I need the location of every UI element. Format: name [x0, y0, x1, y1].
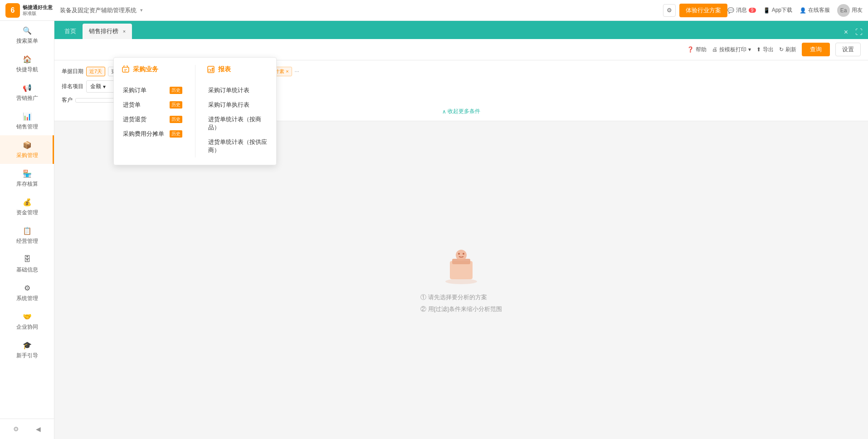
- dropdown-menu: 采购业务 采购订单 历史 进货单 历史 进货退货 历史: [113, 57, 277, 165]
- avatar: Ea: [837, 4, 850, 17]
- sidebar-item-enterprise[interactable]: 🤝 企业协同: [0, 307, 54, 335]
- message-button[interactable]: 💬 消息 9: [727, 6, 756, 14]
- message-icon: 💬: [727, 7, 734, 14]
- logo-icon: 6: [5, 3, 20, 18]
- tab-minimize-icon[interactable]: ×: [842, 27, 850, 37]
- logo-title: 畅捷通好生意: [23, 4, 53, 10]
- history-tag-0[interactable]: 历史: [170, 87, 182, 94]
- industry-button[interactable]: 体验行业方案: [679, 4, 727, 17]
- marketing-icon: 📢: [22, 83, 32, 93]
- system-title-text: 装备及固定资产辅助管理系统: [60, 6, 137, 15]
- history-tag-1[interactable]: 历史: [170, 101, 182, 109]
- dropdown-item-label-2: 进货退货: [123, 115, 146, 123]
- user-button[interactable]: Ea 用友: [837, 4, 863, 17]
- top-header: 6 畅捷通好生意 标准版 装备及固定资产辅助管理系统 ▾ ⚙ 体验行业方案 💬 …: [0, 0, 868, 21]
- purchase-col-icon: [121, 65, 130, 74]
- business-icon: 📋: [22, 226, 32, 236]
- menu-divider: [195, 65, 195, 158]
- dropdown-report-title-text: 报表: [218, 65, 231, 74]
- tab-sales-ranking[interactable]: 销售排行榜 ×: [83, 24, 132, 39]
- sidebar-item-business[interactable]: 📋 经营管理: [0, 221, 54, 250]
- sidebar-item-quick-nav[interactable]: 🏠 快捷导航: [0, 49, 54, 78]
- sales-icon: 📊: [22, 111, 32, 121]
- sidebar: 🔍 搜索菜单 🏠 快捷导航 📢 营销推广 📊 销售管理 📦 采购管理 🏪 库存核…: [0, 21, 54, 439]
- sidebar-item-system[interactable]: ⚙ 系统管理: [0, 278, 54, 307]
- newbie-icon: 🎓: [22, 340, 32, 350]
- dropdown-item-goods-return[interactable]: 进货退货 历史: [121, 112, 184, 127]
- username-label: 用友: [852, 6, 863, 14]
- dropdown-item-purchase-order[interactable]: 采购订单 历史: [121, 83, 184, 98]
- sidebar-item-sales[interactable]: 📊 销售管理: [0, 107, 54, 135]
- home-icon: 🏠: [22, 54, 32, 64]
- dropdown-item-goods-receipt[interactable]: 进货单 历史: [121, 98, 184, 112]
- sidebar-item-inventory[interactable]: 🏪 库存核算: [0, 164, 54, 192]
- logo-text: 畅捷通好生意 标准版: [23, 4, 53, 16]
- page-content: ❓ 帮助 🖨 按模板打印 ▾ ⬆ 导出 ↻ 刷新 查询 设置: [54, 39, 868, 439]
- sidebar-item-finance[interactable]: 💰 资金管理: [0, 192, 54, 221]
- tab-maximize-icon[interactable]: ⛶: [853, 27, 864, 37]
- sidebar-label-inventory: 库存核算: [16, 180, 38, 188]
- app-download-button[interactable]: 📱 App下载: [763, 6, 792, 14]
- dropdown-item-label-3: 采购费用分摊单: [123, 130, 164, 138]
- sidebar-label-marketing: 营销推广: [16, 94, 38, 102]
- sidebar-item-newbie[interactable]: 🎓 新手引导: [0, 335, 54, 364]
- service-icon: 👤: [800, 7, 806, 14]
- finance-icon: 💰: [22, 197, 32, 207]
- dropdown-item-report-1[interactable]: 采购订单执行表: [206, 98, 269, 112]
- settings-bottom-button[interactable]: ⚙: [11, 424, 21, 434]
- tab-home-label: 首页: [64, 28, 76, 35]
- dropdown-item-label-1: 进货单: [123, 101, 141, 109]
- dropdown-item-report-2[interactable]: 进货单统计表（按商品）: [206, 112, 269, 135]
- dropdown-purchase-col: 采购业务 采购订单 历史 进货单 历史 进货退货 历史: [121, 65, 184, 158]
- app-download-label: App下载: [772, 6, 792, 14]
- sidebar-label-base-info: 基础信息: [16, 266, 38, 274]
- sidebar-label-newbie: 新手引导: [16, 352, 38, 360]
- purchase-icon: 📦: [22, 140, 32, 150]
- tab-close-icon[interactable]: ×: [123, 29, 126, 34]
- enterprise-icon: 🤝: [22, 311, 32, 321]
- header-right: 💬 消息 9 📱 App下载 👤 在线客服 Ea 用友: [727, 4, 863, 17]
- search-icon: 🔍: [22, 25, 32, 35]
- system-icon: ⚙: [22, 283, 32, 293]
- sidebar-label-enterprise: 企业协同: [16, 323, 38, 331]
- dropdown-item-label-0: 采购订单: [123, 86, 146, 94]
- collapse-sidebar-button[interactable]: ◀: [34, 424, 43, 434]
- sidebar-label-sales: 销售管理: [16, 123, 38, 131]
- database-icon: 🗄: [22, 254, 32, 264]
- dropdown-report-label-2: 进货单统计表（按商品）: [208, 115, 268, 132]
- sidebar-label-quick-nav: 快捷导航: [16, 66, 38, 74]
- inventory-icon: 🏪: [22, 168, 32, 178]
- tab-bar: 首页 销售排行榜 × × ⛶: [54, 21, 868, 39]
- sidebar-label-system: 系统管理: [16, 295, 38, 302]
- history-tag-3[interactable]: 历史: [170, 130, 182, 138]
- sidebar-bottom: ⚙ ◀: [0, 419, 54, 439]
- logo-subtitle: 标准版: [23, 10, 53, 16]
- dropdown-report-label-0: 采购订单统计表: [208, 86, 249, 94]
- system-title: 装备及固定资产辅助管理系统 ▾: [60, 6, 660, 15]
- tab-bar-right: × ⛶: [842, 27, 864, 39]
- dropdown-item-expense[interactable]: 采购费用分摊单 历史: [121, 127, 184, 141]
- tab-sales-ranking-label: 销售排行榜: [89, 28, 118, 35]
- history-tag-2[interactable]: 历史: [170, 116, 182, 123]
- dropdown-report-label-3: 进货单统计表（按供应商）: [208, 138, 268, 154]
- logo-area: 6 畅捷通好生意 标准版: [5, 3, 60, 18]
- content-area: 首页 销售排行榜 × × ⛶ ❓ 帮助 🖨 按模板打印: [54, 21, 868, 439]
- gear-button[interactable]: ⚙: [663, 4, 676, 17]
- sidebar-item-base-info[interactable]: 🗄 基础信息: [0, 250, 54, 278]
- report-col-icon: [206, 65, 215, 74]
- sidebar-item-purchase[interactable]: 📦 采购管理: [0, 135, 54, 164]
- sidebar-item-marketing[interactable]: 📢 营销推广: [0, 78, 54, 107]
- main-layout: 🔍 搜索菜单 🏠 快捷导航 📢 营销推广 📊 销售管理 📦 采购管理 🏪 库存核…: [0, 21, 868, 439]
- sidebar-item-search[interactable]: 🔍 搜索菜单: [0, 21, 54, 49]
- dropdown-report-label-1: 采购订单执行表: [208, 101, 249, 109]
- tab-home[interactable]: 首页: [58, 24, 83, 39]
- sidebar-label-finance: 资金管理: [16, 209, 38, 217]
- online-service-label: 在线客服: [808, 6, 830, 14]
- mobile-icon: 📱: [763, 7, 770, 14]
- online-service-button[interactable]: 👤 在线客服: [800, 6, 830, 14]
- dropdown-item-report-0[interactable]: 采购订单统计表: [206, 83, 269, 98]
- message-label: 消息: [736, 6, 747, 14]
- dropdown-arrow-icon[interactable]: ▾: [140, 7, 143, 13]
- sidebar-label-purchase: 采购管理: [16, 152, 38, 159]
- dropdown-item-report-3[interactable]: 进货单统计表（按供应商）: [206, 135, 269, 158]
